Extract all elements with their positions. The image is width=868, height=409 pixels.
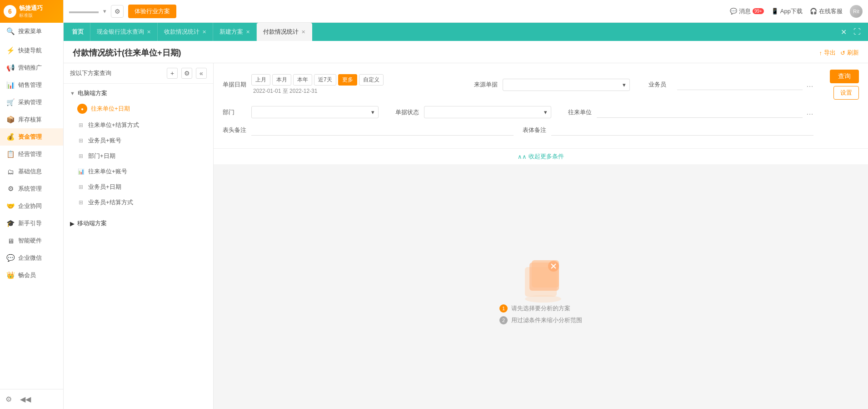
collapse-more-btn[interactable]: ∧∧ 收起更多条件 (214, 148, 868, 164)
operations-icon: 📋 (6, 150, 15, 158)
desktop-section-title[interactable]: ▼ 电脑端方案 (64, 86, 213, 100)
export-btn[interactable]: ↑ 导出 (819, 49, 836, 57)
scheme-item-label: 往来单位+账号 (88, 167, 127, 176)
topbar-chevron[interactable]: ▾ (103, 8, 106, 15)
source-label: 来源单据 (474, 81, 499, 89)
sidebar-search[interactable]: 🔍 搜索菜单 (0, 23, 63, 40)
sidebar-footer: ⚙ ◀◀ (0, 389, 63, 409)
page-actions: ↑ 导出 ↺ 刷新 (819, 49, 859, 57)
app-download-btn[interactable]: 📱 App下载 (771, 7, 803, 15)
user-avatar[interactable]: Rit (850, 5, 863, 18)
download-icon: 📱 (771, 8, 778, 15)
settings-footer-btn[interactable]: ⚙ (4, 393, 14, 405)
table-body-note-input[interactable] (551, 125, 813, 136)
tab-payment-stats[interactable]: 付款情况统计 ✕ (257, 23, 312, 41)
tab-home[interactable]: 首页 (65, 23, 90, 41)
scheme-item-label: 往来单位+结算方式 (88, 121, 139, 129)
scheme-item-unit-account[interactable]: 📊 往来单位+账号 (64, 164, 213, 179)
filter-settings-btn[interactable]: 设置 (833, 86, 859, 100)
customer-service-btn[interactable]: 🎧 在线客服 (810, 7, 843, 15)
sidebar-item-enterprise[interactable]: 🤝 企业协同 (0, 197, 63, 215)
date-btn-this-year[interactable]: 本年 (293, 74, 312, 86)
scheme-item-staff-date[interactable]: ⊞ 业务员+日期 (64, 179, 213, 195)
page-title: 付款情况统计(往来单位+日期) (73, 47, 181, 58)
sidebar-item-quick-nav[interactable]: ⚡ 快捷导航 (0, 42, 63, 59)
sidebar-item-basics[interactable]: 🗂 基础信息 (0, 163, 63, 180)
tab-close-all-btn[interactable]: ✕ (838, 26, 849, 37)
tab-close-icon[interactable]: ✕ (147, 29, 151, 35)
collapse-panel-btn[interactable]: « (196, 68, 207, 79)
refresh-btn[interactable]: ↺ 刷新 (840, 49, 859, 57)
topbar-settings-btn[interactable]: ⚙ (111, 5, 124, 18)
topbar: ▬▬▬▬▬ ▾ ⚙ 体验行业方案 💬 消息 99+ 📱 App下载 🎧 在线客服… (64, 0, 868, 23)
tab-close-icon[interactable]: ✕ (202, 29, 206, 35)
date-btn-custom[interactable]: 自定义 (359, 74, 384, 86)
sidebar-item-guide[interactable]: 🎓 新手引导 (0, 215, 63, 232)
sidebar-item-sales[interactable]: 📊 销售管理 (0, 76, 63, 94)
tab-receipt-stats[interactable]: 收款情况统计 ✕ (158, 23, 213, 41)
sidebar-item-vip[interactable]: 👑 畅会员 (0, 267, 63, 284)
tab-label: 新建方案 (219, 28, 243, 36)
status-chevron-icon: ▾ (544, 109, 547, 116)
table-body-note-label: 表体备注 (523, 126, 548, 134)
tab-label: 收款情况统计 (164, 28, 200, 36)
sidebar-item-label: 系统管理 (18, 185, 42, 193)
staff-more-btn[interactable]: … (806, 81, 813, 89)
sidebar-item-operations[interactable]: 📋 经营管理 (0, 146, 63, 163)
scheme-item-unit-date[interactable]: ● 往来单位+日期 (64, 100, 213, 117)
sidebar-nav: ⚡ 快捷导航 📢 营销推广 📊 销售管理 🛒 采购管理 📦 库存核算 💰 资金管… (0, 40, 63, 389)
add-scheme-btn[interactable]: + (167, 68, 178, 79)
scheme-item-dept-date[interactable]: ⊞ 部门+日期 (64, 148, 213, 164)
partner-filter-group: 往来单位 … (568, 106, 813, 118)
tab-close-icon[interactable]: ✕ (301, 29, 305, 35)
sidebar-item-hardware[interactable]: 🖥 智能硬件 (0, 232, 63, 249)
date-label: 单据日期 (223, 81, 248, 89)
scheme-settings-btn[interactable]: ⚙ (181, 68, 192, 79)
sidebar-item-wechat[interactable]: 💬 企业微信 (0, 249, 63, 267)
export-icon: ↑ (819, 50, 823, 56)
filter-form: 单据日期 上月 本月 本年 近7天 更多 自定义 20 (214, 63, 868, 148)
source-select[interactable]: ▾ (503, 79, 630, 91)
partner-input[interactable] (597, 107, 803, 118)
app-download-label: App下载 (780, 7, 803, 15)
tab-expand-btn[interactable]: ⛶ (852, 26, 863, 37)
scheme-item-staff-settle[interactable]: ⊞ 业务员+结算方式 (64, 195, 213, 210)
scheme-item-label: 部门+日期 (88, 152, 115, 160)
tab-new-scheme[interactable]: 新建方案 ✕ (213, 23, 257, 41)
mobile-toggle-icon: ▶ (70, 220, 75, 227)
sidebar-item-finance[interactable]: 💰 资金管理 (0, 128, 63, 146)
sidebar-item-inventory[interactable]: 📦 库存核算 (0, 111, 63, 128)
empty-step-1: 1 请先选择要分析的方案 (499, 304, 582, 313)
query-btn[interactable]: 查询 (830, 70, 859, 83)
date-btn-last-month[interactable]: 上月 (251, 74, 270, 86)
notifications-btn[interactable]: 💬 消息 99+ (730, 7, 764, 15)
trial-btn[interactable]: 体验行业方案 (128, 5, 176, 18)
sidebar-item-label: 智能硬件 (18, 237, 42, 245)
date-btn-this-month[interactable]: 本月 (272, 74, 291, 86)
tab-close-icon[interactable]: ✕ (246, 29, 250, 35)
filter-row-1: 单据日期 上月 本月 本年 近7天 更多 自定义 20 (223, 70, 859, 100)
table-header-note-input[interactable] (251, 125, 514, 136)
staff-input[interactable] (677, 79, 803, 90)
tab-cash-bank[interactable]: 现金银行流水查询 ✕ (90, 23, 158, 41)
desktop-scheme-section: ▼ 电脑端方案 ● 往来单位+日期 ⊞ 往来单位+结算方式 ⊞ (64, 84, 213, 215)
sidebar-item-purchase[interactable]: 🛒 采购管理 (0, 94, 63, 111)
sidebar-item-label: 销售管理 (18, 81, 42, 89)
dept-select[interactable]: ▾ (251, 106, 379, 118)
scheme-item-unit-settle[interactable]: ⊞ 往来单位+结算方式 (64, 117, 213, 133)
empty-state: 1 请先选择要分析的方案 2 用过滤条件来缩小分析范围 (214, 164, 868, 409)
sidebar-item-marketing[interactable]: 📢 营销推广 (0, 59, 63, 76)
scheme-icon: ⊞ (77, 199, 85, 206)
date-btn-last7[interactable]: 近7天 (314, 74, 336, 86)
customer-service-label: 在线客服 (819, 7, 843, 15)
left-panel-title: 按以下方案查询 (70, 69, 111, 77)
collapse-sidebar-btn[interactable]: ◀◀ (18, 393, 33, 405)
mobile-section-title[interactable]: ▶ 移动端方案 (64, 217, 213, 230)
date-btn-more[interactable]: 更多 (338, 74, 357, 86)
tab-home-label: 首页 (72, 28, 84, 36)
scheme-item-staff-account[interactable]: ⊞ 业务员+账号 (64, 133, 213, 148)
staff-filter-group: 业务员 … (649, 70, 813, 100)
sidebar-item-system[interactable]: ⚙ 系统管理 (0, 180, 63, 197)
status-select[interactable]: ▾ (424, 106, 551, 118)
partner-more-btn[interactable]: … (806, 108, 813, 116)
